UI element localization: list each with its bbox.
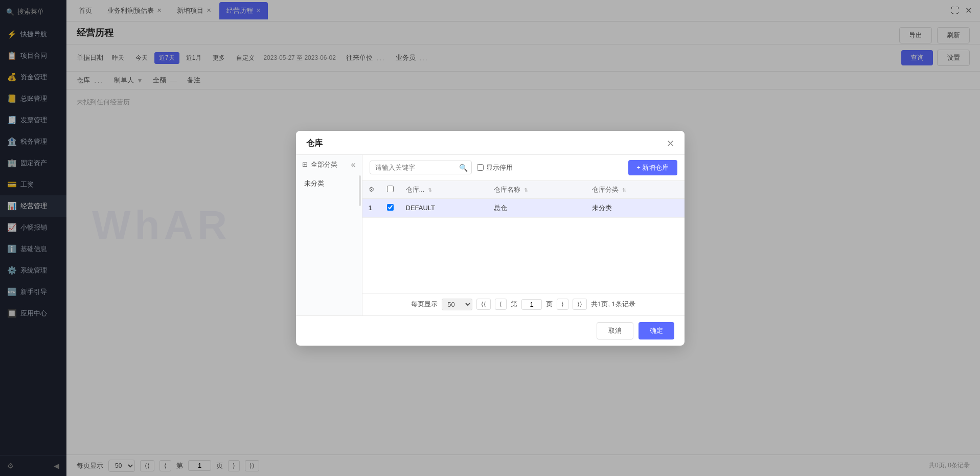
row-name: 总仓 <box>488 198 586 217</box>
search-wrapper: 🔍 <box>370 161 472 174</box>
th-checkbox <box>381 181 400 199</box>
warehouse-modal: 仓库 ✕ ⊞ 全部分类 « 未分类 <box>296 131 685 346</box>
modal-body: ⊞ 全部分类 « 未分类 🔍 <box>296 155 685 315</box>
modal-go-label: 第 <box>511 300 517 309</box>
row-checkbox[interactable] <box>381 198 400 217</box>
left-scrollbar[interactable] <box>359 175 361 206</box>
grid-icon: ⊞ <box>302 161 308 168</box>
all-category-item[interactable]: ⊞ 全部分类 <box>302 160 337 169</box>
th-code: 仓库... ⇅ <box>400 181 488 199</box>
th-name: 仓库名称 ⇅ <box>488 181 586 199</box>
uncategorized-label: 未分类 <box>304 179 324 187</box>
sort-icon-category[interactable]: ⇅ <box>622 187 626 193</box>
modal-first-page-button[interactable]: ⟨⟨ <box>476 299 491 310</box>
modal-per-page-label: 每页显示 <box>411 300 438 309</box>
modal-close-button[interactable]: ✕ <box>667 138 674 149</box>
modal-total-text: 共1页, 1条记录 <box>591 300 635 309</box>
gear-icon[interactable]: ⚙ <box>369 186 375 193</box>
modal-header: 仓库 ✕ <box>296 131 685 155</box>
th-category: 仓库分类 ⇅ <box>586 181 684 199</box>
warehouse-table: ⚙ 仓库... ⇅ 仓库名称 ⇅ 仓库分类 ⇅ 1 DEFAULT 总仓 未分类 <box>362 181 685 218</box>
modal-prev-page-button[interactable]: ⟨ <box>495 299 507 310</box>
search-icon: 🔍 <box>459 164 468 172</box>
modal-page-input[interactable] <box>521 299 542 310</box>
modal-overlay: 仓库 ✕ ⊞ 全部分类 « 未分类 <box>0 0 980 476</box>
show-disabled-checkbox[interactable] <box>477 164 484 171</box>
modal-right-panel: 🔍 显示停用 + 新增仓库 ⚙ <box>362 155 685 315</box>
th-settings: ⚙ <box>362 181 381 199</box>
modal-table-body: 1 DEFAULT 总仓 未分类 <box>362 198 685 217</box>
modal-pagination: 每页显示 50 ⟨⟨ ⟨ 第 页 ⟩ ⟩⟩ 共1页, 1条记录 <box>362 293 685 315</box>
warehouse-search-input[interactable] <box>370 161 472 174</box>
add-warehouse-button[interactable]: + 新增仓库 <box>628 160 677 175</box>
uncategorized-item[interactable]: 未分类 <box>296 174 362 193</box>
collapse-button[interactable]: « <box>351 160 356 169</box>
row-index: 1 <box>362 198 381 217</box>
modal-title: 仓库 <box>306 138 323 149</box>
all-category-label: 全部分类 <box>311 160 337 169</box>
modal-per-page-select[interactable]: 50 <box>442 299 472 310</box>
modal-footer: 取消 确定 <box>296 315 685 346</box>
confirm-button[interactable]: 确定 <box>639 322 674 339</box>
row-code: DEFAULT <box>400 198 488 217</box>
select-all-checkbox[interactable] <box>387 186 394 192</box>
row-category: 未分类 <box>586 198 684 217</box>
modal-left-header: ⊞ 全部分类 « <box>296 155 362 174</box>
modal-toolbar: 🔍 显示停用 + 新增仓库 <box>362 155 685 181</box>
table-header-row: ⚙ 仓库... ⇅ 仓库名称 ⇅ 仓库分类 ⇅ <box>362 181 685 199</box>
table-row[interactable]: 1 DEFAULT 总仓 未分类 <box>362 198 685 217</box>
sort-icon-name[interactable]: ⇅ <box>524 187 528 193</box>
show-disabled-label: 显示停用 <box>486 163 513 172</box>
modal-last-page-button[interactable]: ⟩⟩ <box>573 299 587 310</box>
modal-page-suffix: 页 <box>546 300 553 309</box>
modal-left-panel: ⊞ 全部分类 « 未分类 <box>296 155 362 315</box>
modal-next-page-button[interactable]: ⟩ <box>557 299 568 310</box>
cancel-button[interactable]: 取消 <box>597 322 633 339</box>
show-disabled-checkbox-label[interactable]: 显示停用 <box>477 163 513 172</box>
sort-icon-code[interactable]: ⇅ <box>428 187 432 193</box>
modal-table-wrap: ⚙ 仓库... ⇅ 仓库名称 ⇅ 仓库分类 ⇅ 1 DEFAULT 总仓 未分类 <box>362 181 685 293</box>
